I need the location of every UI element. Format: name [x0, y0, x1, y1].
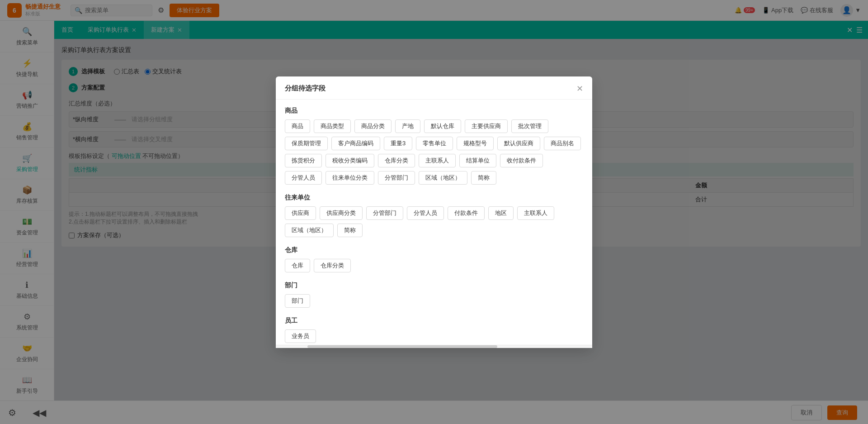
field-tag-counterpart-manager[interactable]: 分管人员 — [407, 206, 444, 220]
field-tag-origin[interactable]: 产地 — [395, 119, 420, 133]
field-tag-tax-code[interactable]: 税收分类编码 — [326, 154, 374, 167]
field-tag-manager[interactable]: 分管人员 — [285, 171, 322, 185]
field-tag-counterpart-category[interactable]: 往来单位分类 — [326, 171, 374, 185]
field-tag-warehouse-cat[interactable]: 仓库分类 — [314, 259, 351, 272]
field-tag-payment-cond[interactable]: 付款条件 — [448, 206, 485, 220]
field-tag-spec-model[interactable]: 规格型号 — [457, 137, 494, 150]
field-tag-dept[interactable]: 分管部门 — [378, 171, 415, 185]
modal-title: 分组待选字段 — [285, 84, 326, 93]
field-tags-employee: 业务员 — [285, 329, 583, 343]
field-tag-supplier-category[interactable]: 供应商分类 — [320, 206, 363, 220]
field-tag-customer-code[interactable]: 客户商品编码 — [331, 137, 380, 150]
field-tag-main-supplier[interactable]: 主要供应商 — [465, 119, 508, 133]
field-group-counterpart-title: 往来单位 — [285, 194, 583, 202]
modal-horizontal-scrollbar[interactable] — [276, 345, 592, 348]
field-tag-counterpart-dept[interactable]: 分管部门 — [366, 206, 403, 220]
field-tag-warehouse[interactable]: 仓库 — [285, 259, 310, 272]
field-tag-default-warehouse[interactable]: 默认仓库 — [424, 119, 461, 133]
field-tag-pick-points[interactable]: 拣货积分 — [285, 154, 322, 167]
field-tag-supplier[interactable]: 供应商 — [285, 206, 316, 220]
field-tag-region2[interactable]: 区域（地区） — [285, 224, 334, 237]
modal-dialog: 分组待选字段 ✕ 商品 商品 商品类型 商品分类 产地 默认仓库 主要供应商 批… — [276, 76, 592, 348]
field-tags-product: 商品 商品类型 商品分类 产地 默认仓库 主要供应商 批次管理 保质期管理 客户… — [285, 119, 583, 185]
modal-close-icon[interactable]: ✕ — [576, 84, 583, 94]
field-tag-region[interactable]: 区域（地区） — [419, 171, 467, 185]
field-tag-default-supplier[interactable]: 默认供应商 — [497, 137, 540, 150]
field-tag-short-name2[interactable]: 简称 — [337, 224, 363, 237]
field-tag-main-contact2[interactable]: 主联系人 — [517, 206, 554, 220]
field-tags-warehouse: 仓库 仓库分类 — [285, 259, 583, 272]
field-tag-payment-terms[interactable]: 收付款条件 — [500, 154, 543, 167]
field-group-employee: 员工 业务员 — [285, 317, 583, 343]
field-tag-product-alias[interactable]: 商品别名 — [544, 137, 581, 150]
modal-overlay: 分组待选字段 ✕ 商品 商品 商品类型 商品分类 产地 默认仓库 主要供应商 批… — [0, 0, 868, 424]
field-tag-settlement-unit[interactable]: 结算单位 — [459, 154, 496, 167]
field-tag-short-name[interactable]: 简称 — [471, 171, 496, 185]
field-tag-expiry-mgmt[interactable]: 保质期管理 — [285, 137, 328, 150]
field-group-department: 部门 部门 — [285, 281, 583, 308]
modal-header: 分组待选字段 ✕ — [276, 76, 592, 100]
field-tag-area[interactable]: 地区 — [488, 206, 514, 220]
field-tag-salesperson[interactable]: 业务员 — [285, 329, 316, 343]
field-tag-batch-mgmt[interactable]: 批次管理 — [511, 119, 548, 133]
field-group-department-title: 部门 — [285, 281, 583, 290]
field-tag-product[interactable]: 商品 — [285, 119, 310, 133]
field-group-warehouse-title: 仓库 — [285, 246, 583, 254]
field-tags-counterpart: 供应商 供应商分类 分管部门 分管人员 付款条件 地区 主联系人 区域（地区） … — [285, 206, 583, 237]
field-tag-warehouse-category[interactable]: 仓库分类 — [378, 154, 415, 167]
field-group-counterpart: 往来单位 供应商 供应商分类 分管部门 分管人员 付款条件 地区 主联系人 区域… — [285, 194, 583, 237]
field-tag-weight3[interactable]: 重量3 — [384, 137, 412, 150]
field-tag-product-category[interactable]: 商品分类 — [354, 119, 392, 133]
modal-hscroll-thumb — [307, 345, 497, 348]
modal-body: 商品 商品 商品类型 商品分类 产地 默认仓库 主要供应商 批次管理 保质期管理… — [276, 100, 592, 345]
field-tag-product-type[interactable]: 商品类型 — [314, 119, 351, 133]
field-tags-department: 部门 — [285, 294, 583, 308]
field-group-employee-title: 员工 — [285, 317, 583, 325]
field-tag-department[interactable]: 部门 — [285, 294, 310, 308]
field-group-warehouse: 仓库 仓库 仓库分类 — [285, 246, 583, 272]
field-tag-retail-unit[interactable]: 零售单位 — [416, 137, 453, 150]
field-tag-main-contact[interactable]: 主联系人 — [419, 154, 456, 167]
field-group-product-title: 商品 — [285, 107, 583, 115]
field-group-product: 商品 商品 商品类型 商品分类 产地 默认仓库 主要供应商 批次管理 保质期管理… — [285, 107, 583, 185]
